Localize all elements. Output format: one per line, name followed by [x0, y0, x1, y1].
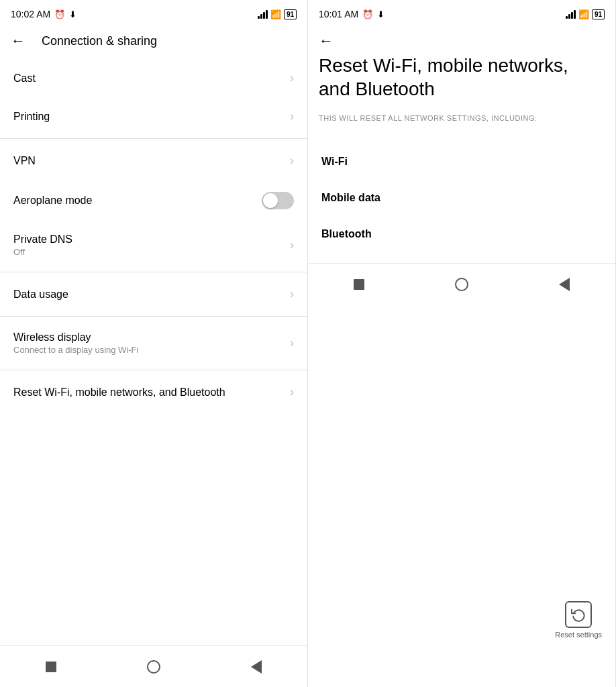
aeroplane-toggle[interactable] — [262, 192, 294, 209]
reset-item-wifi: Wi-Fi — [321, 144, 602, 180]
wireless-display-sub: Connect to a display using Wi-Fi — [13, 345, 138, 355]
private-dns-chevron: › — [290, 238, 294, 252]
printing-title: Printing — [13, 111, 50, 123]
back-button-left[interactable]: ← — [11, 34, 25, 48]
nav-square-right[interactable] — [346, 271, 372, 298]
cast-title: Cast — [13, 72, 36, 85]
settings-item-data-usage[interactable]: Data usage › — [0, 275, 307, 313]
nav-back-left[interactable] — [243, 653, 270, 680]
reset-settings-label: Reset settings — [555, 631, 602, 639]
cast-chevron: › — [290, 71, 294, 85]
download-icon-right: ⬇ — [377, 9, 384, 19]
battery-right: 91 — [592, 9, 605, 19]
aeroplane-title: Aeroplane mode — [13, 195, 92, 207]
status-left-right: 10:01 AM ⏰ ⬇ — [319, 9, 384, 19]
nav-square-left[interactable] — [38, 653, 64, 680]
reset-item-mobile-data: Mobile data — [321, 180, 602, 216]
settings-item-cast[interactable]: Cast › — [0, 59, 307, 97]
reset-settings-button[interactable]: Reset settings — [555, 601, 602, 639]
right-panel: 10:01 AM ⏰ ⬇ 📶 91 ← Reset Wi-Fi, mobile … — [308, 0, 616, 687]
left-panel: 10:02 AM ⏰ ⬇ 📶 91 ← Connection & sharing… — [0, 0, 308, 687]
divider-3 — [0, 316, 307, 317]
private-dns-title: Private DNS — [13, 233, 72, 246]
page-title-left: Connection & sharing — [42, 34, 157, 48]
reset-page-header: ← Reset Wi-Fi, mobile networks, and Blue… — [308, 28, 615, 133]
signal-icon-right — [566, 9, 576, 19]
settings-item-private-dns[interactable]: Private DNS Off › — [0, 221, 307, 269]
reset-icon-svg — [571, 607, 586, 622]
alarm-icon-right: ⏰ — [362, 9, 373, 19]
reset-wifi-chevron: › — [290, 385, 294, 399]
toggle-switch[interactable] — [262, 192, 294, 209]
printing-chevron: › — [290, 109, 294, 123]
divider-1 — [0, 138, 307, 139]
data-usage-chevron: › — [290, 287, 294, 301]
status-time-right: 10:01 AM — [319, 9, 358, 19]
wifi-icon-right: 📶 — [578, 9, 589, 19]
nav-home-left[interactable] — [140, 653, 167, 680]
reset-settings-icon — [565, 601, 592, 628]
settings-item-printing[interactable]: Printing › — [0, 97, 307, 136]
page-header-left: ← Connection & sharing — [0, 28, 307, 59]
nav-home-right[interactable] — [448, 271, 475, 298]
wifi-icon-left: 📶 — [270, 9, 281, 19]
settings-item-vpn[interactable]: VPN › — [0, 142, 307, 180]
battery-left: 91 — [284, 9, 297, 19]
reset-item-bluetooth: Bluetooth — [321, 216, 602, 252]
vpn-title: VPN — [13, 155, 36, 167]
divider-2 — [0, 272, 307, 272]
wireless-display-chevron: › — [290, 336, 294, 350]
bottom-nav-right — [308, 263, 615, 305]
reset-wifi-title: Reset Wi-Fi, mobile networks, and Blueto… — [13, 386, 225, 399]
wireless-display-title: Wireless display — [13, 331, 138, 344]
settings-item-wireless-display[interactable]: Wireless display Connect to a display us… — [0, 319, 307, 367]
alarm-icon-left: ⏰ — [54, 9, 65, 19]
status-right-right: 📶 91 — [566, 9, 605, 19]
download-icon-left: ⬇ — [69, 9, 76, 19]
settings-item-reset-wifi[interactable]: Reset Wi-Fi, mobile networks, and Blueto… — [0, 373, 307, 411]
status-bar-left: 10:02 AM ⏰ ⬇ 📶 91 — [0, 0, 307, 28]
nav-back-right[interactable] — [551, 271, 578, 298]
settings-item-aeroplane[interactable]: Aeroplane mode — [0, 180, 307, 221]
reset-items-list: Wi-Fi Mobile data Bluetooth — [308, 133, 615, 263]
settings-list-left: Cast › Printing › VPN › Aeroplane mode — [0, 59, 307, 645]
status-left-left: 10:02 AM ⏰ ⬇ — [11, 9, 76, 19]
status-bar-right: 10:01 AM ⏰ ⬇ 📶 91 — [308, 0, 615, 28]
status-right-left: 📶 91 — [258, 9, 297, 19]
data-usage-title: Data usage — [13, 288, 68, 301]
signal-icon-left — [258, 9, 268, 19]
private-dns-sub: Off — [13, 247, 72, 257]
vpn-chevron: › — [290, 154, 294, 168]
status-time-left: 10:02 AM — [11, 9, 50, 19]
divider-4 — [0, 370, 307, 370]
reset-subtitle: THIS WILL RESET ALL NETWORK SETTINGS, IN… — [319, 114, 605, 122]
back-button-right[interactable]: ← — [319, 32, 333, 49]
bottom-nav-left — [0, 645, 307, 687]
toggle-thumb — [263, 193, 278, 208]
reset-page-title: Reset Wi-Fi, mobile networks, and Blueto… — [319, 54, 605, 101]
